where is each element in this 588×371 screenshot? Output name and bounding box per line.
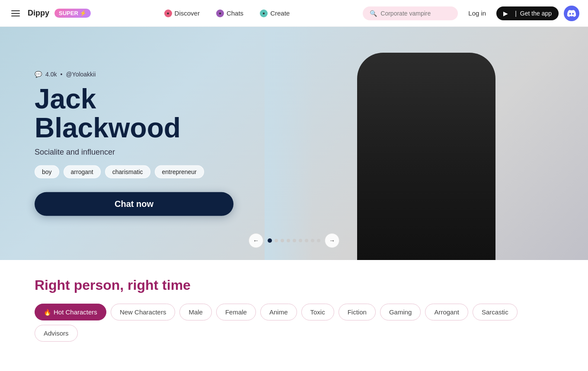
- chat-now-button[interactable]: Chat now: [35, 192, 233, 216]
- hero-tag[interactable]: charismatic: [105, 165, 150, 178]
- category-tab-fiction[interactable]: Fiction: [339, 304, 376, 320]
- main-section: Right person, right time 🔥Hot Characters…: [0, 260, 588, 350]
- category-tab-male[interactable]: Male: [179, 304, 212, 320]
- carousel-dot-7[interactable]: [311, 239, 314, 242]
- category-tab-new[interactable]: New Characters: [111, 304, 176, 320]
- discord-button[interactable]: [564, 6, 579, 21]
- carousel-controls: ← →: [249, 233, 339, 248]
- nav-chats-label: Chats: [227, 10, 243, 17]
- category-tab-label-sarcastic: Sarcastic: [482, 308, 508, 316]
- nav-right: 🔍 Log in ▶ | Get the app: [363, 6, 579, 21]
- search-bar[interactable]: 🔍: [363, 6, 458, 20]
- logo: Dippy: [28, 9, 49, 18]
- hamburger-menu[interactable]: [9, 8, 22, 19]
- nav-center: ● Discover ● Chats ● Create: [157, 6, 297, 21]
- hero-section: 💬 4.0k • @Yoloakkii Jack Blackwood Socia…: [0, 27, 588, 260]
- play-icon: ▶: [503, 10, 508, 17]
- search-input[interactable]: [380, 10, 451, 17]
- carousel-dot-5[interactable]: [299, 239, 302, 242]
- category-tab-label-anime: Anime: [269, 308, 288, 316]
- character-body: [357, 53, 495, 260]
- category-tabs: 🔥Hot CharactersNew CharactersMaleFemaleA…: [35, 304, 553, 342]
- nav-discover[interactable]: ● Discover: [157, 6, 207, 21]
- hero-tag[interactable]: arrogant: [64, 165, 101, 178]
- category-tab-label-toxic: Toxic: [310, 308, 325, 316]
- get-app-button[interactable]: ▶ | Get the app: [496, 6, 559, 20]
- carousel-dot-1[interactable]: [275, 239, 278, 242]
- hero-tag[interactable]: entrepreneur: [155, 165, 204, 178]
- hero-dot-separator: •: [60, 71, 62, 78]
- hero-content: 💬 4.0k • @Yoloakkii Jack Blackwood Socia…: [35, 71, 233, 216]
- hero-tag[interactable]: boy: [35, 165, 59, 178]
- carousel-prev-button[interactable]: ←: [249, 233, 263, 248]
- discover-icon: ●: [164, 10, 172, 17]
- hero-author: @Yoloakkii: [66, 71, 96, 78]
- carousel-dots: [268, 238, 320, 243]
- hero-stats: 4.0k: [45, 71, 57, 78]
- category-tab-label-gaming: Gaming: [389, 308, 412, 316]
- hero-tag-list: boyarrogantcharismaticentrepreneur: [35, 165, 233, 178]
- category-tab-label-fiction: Fiction: [348, 308, 367, 316]
- category-tab-arrogant[interactable]: Arrogant: [425, 304, 468, 320]
- hot-icon: 🔥: [44, 309, 51, 316]
- category-tab-female[interactable]: Female: [216, 304, 256, 320]
- category-tab-label-arrogant: Arrogant: [434, 308, 459, 316]
- carousel-dot-8[interactable]: [317, 239, 320, 242]
- separator: |: [515, 10, 517, 17]
- chats-icon: ●: [216, 10, 224, 17]
- nav-left: Dippy SUPER ⚡: [9, 8, 91, 19]
- create-icon: ●: [260, 10, 268, 17]
- category-tab-toxic[interactable]: Toxic: [301, 304, 334, 320]
- nav-discover-label: Discover: [175, 10, 200, 17]
- carousel-next-button[interactable]: →: [325, 233, 339, 248]
- login-button[interactable]: Log in: [463, 6, 491, 20]
- section-title: Right person, right time: [35, 277, 553, 293]
- category-tab-sarcastic[interactable]: Sarcastic: [473, 304, 518, 320]
- hero-meta: 💬 4.0k • @Yoloakkii: [35, 71, 233, 78]
- carousel-dot-4[interactable]: [293, 239, 296, 242]
- carousel-dot-0[interactable]: [268, 238, 272, 243]
- get-app-label: Get the app: [520, 10, 552, 17]
- hero-image: [265, 27, 588, 260]
- search-icon: 🔍: [370, 10, 377, 17]
- carousel-dot-3[interactable]: [287, 239, 290, 242]
- category-tab-label-male: Male: [189, 308, 203, 316]
- category-tab-anime[interactable]: Anime: [260, 304, 297, 320]
- category-tab-gaming[interactable]: Gaming: [380, 304, 421, 320]
- category-tab-label-female: Female: [225, 308, 247, 316]
- super-badge[interactable]: SUPER ⚡: [54, 9, 91, 18]
- category-tab-label-new: New Characters: [120, 308, 166, 316]
- character-image: [348, 35, 504, 260]
- carousel-dot-2[interactable]: [281, 239, 284, 242]
- hero-name-line2: Blackwood: [35, 112, 181, 143]
- category-tab-label-advisors: Advisors: [44, 330, 69, 337]
- nav-create-label: Create: [270, 10, 290, 17]
- category-tab-label-hot: Hot Characters: [54, 308, 97, 316]
- hero-name-line1: Jack: [35, 83, 96, 114]
- nav-chats[interactable]: ● Chats: [209, 6, 250, 21]
- hero-subtitle: Socialite and influencer: [35, 148, 233, 157]
- carousel-dot-6[interactable]: [305, 239, 308, 242]
- nav-create[interactable]: ● Create: [253, 6, 297, 21]
- category-tab-hot[interactable]: 🔥Hot Characters: [35, 304, 106, 320]
- navbar: Dippy SUPER ⚡ ● Discover ● Chats ● Creat…: [0, 0, 588, 27]
- chat-count-icon: 💬: [35, 71, 42, 78]
- hero-title: Jack Blackwood: [35, 85, 233, 143]
- category-tab-advisors[interactable]: Advisors: [35, 325, 78, 342]
